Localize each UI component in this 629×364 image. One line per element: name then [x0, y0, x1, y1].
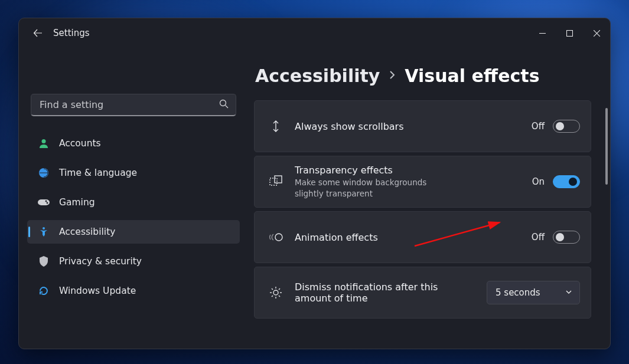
setting-title: Animation effects [295, 232, 521, 243]
close-button[interactable] [583, 22, 610, 44]
sidebar-item-time-language[interactable]: Time & language [27, 161, 240, 185]
toggle-scrollbars[interactable] [553, 120, 580, 133]
minimize-icon [539, 30, 546, 37]
transparency-icon [268, 175, 284, 188]
sidebar-item-apps[interactable]: Apps [27, 124, 240, 126]
svg-point-15 [43, 227, 45, 229]
breadcrumb-parent[interactable]: Accessibility [255, 65, 380, 86]
titlebar: Settings [19, 18, 610, 48]
toggle-transparency[interactable] [553, 175, 580, 188]
svg-point-14 [47, 202, 48, 204]
person-icon [38, 137, 50, 149]
sidebar-item-label: Time & language [59, 168, 137, 178]
setting-title: Transparency effects [295, 165, 522, 176]
sidebar-item-gaming[interactable]: Gaming [27, 191, 240, 214]
minimize-button[interactable] [529, 22, 556, 44]
setting-title: Always show scrollbars [295, 121, 521, 132]
animation-icon [268, 232, 284, 242]
svg-rect-1 [566, 30, 572, 36]
sidebar-item-label: Gaming [59, 197, 95, 208]
svg-rect-16 [270, 178, 277, 185]
sidebar-item-privacy-security[interactable]: Privacy & security [27, 250, 240, 273]
svg-point-18 [275, 234, 282, 241]
content-scrollbar[interactable] [605, 108, 608, 342]
scrollbar-thumb[interactable] [605, 108, 608, 185]
svg-line-24 [272, 288, 273, 290]
update-icon [38, 285, 50, 297]
setting-row-animation[interactable]: Animation effects Off [254, 211, 591, 263]
svg-rect-17 [275, 176, 282, 183]
setting-row-dismiss-notifications[interactable]: Dismiss notifications after this amount … [254, 267, 591, 319]
svg-line-26 [279, 288, 280, 290]
sidebar-item-accounts[interactable]: Accounts [27, 132, 240, 155]
dropdown-value: 5 seconds [496, 287, 540, 298]
breadcrumb: Accessibility Visual effects [255, 65, 601, 86]
chevron-right-icon [388, 69, 396, 83]
toggle-state-label: Off [532, 121, 545, 132]
sidebar-item-label: Accessibility [59, 227, 115, 237]
settings-window: Settings [18, 18, 611, 349]
setting-description: Make some window backgrounds slightly tr… [295, 177, 448, 198]
svg-line-5 [226, 105, 229, 108]
window-buttons [529, 22, 610, 44]
maximize-icon [566, 30, 573, 37]
setting-title: Dismiss notifications after this amount … [295, 281, 442, 304]
chevron-down-icon [565, 287, 572, 298]
accessibility-icon [38, 226, 50, 238]
close-icon [594, 30, 600, 37]
globe-clock-icon [38, 167, 50, 179]
toggle-state-label: On [532, 176, 545, 187]
sidebar-item-accessibility[interactable]: Accessibility [27, 220, 240, 244]
scrollbars-icon [268, 119, 284, 133]
search-field[interactable] [40, 99, 212, 110]
sidebar-item-label: Privacy & security [59, 256, 142, 267]
svg-point-4 [220, 100, 226, 106]
dismiss-duration-dropdown[interactable]: 5 seconds [487, 281, 580, 304]
sidebar-item-windows-update[interactable]: Windows Update [27, 279, 240, 303]
sidebar-item-label: Windows Update [59, 286, 136, 296]
content-pane: Accessibility Visual effects Always show… [248, 48, 610, 349]
sidebar: Apps Accounts Time & lan [19, 48, 248, 349]
setting-row-scrollbars[interactable]: Always show scrollbars Off [254, 100, 591, 152]
svg-point-19 [273, 290, 278, 295]
toggle-state-label: Off [532, 232, 545, 242]
search-input[interactable] [31, 94, 236, 116]
brightness-icon [268, 286, 284, 299]
setting-row-transparency[interactable]: Transparency effects Make some window ba… [254, 156, 591, 208]
arrow-left-icon [33, 28, 43, 38]
maximize-button[interactable] [556, 22, 583, 44]
back-button[interactable] [27, 22, 48, 44]
svg-line-27 [272, 296, 273, 297]
svg-point-10 [42, 139, 46, 143]
svg-point-13 [45, 201, 47, 202]
breadcrumb-current: Visual effects [405, 65, 539, 86]
sidebar-item-label: Accounts [59, 138, 101, 149]
gamepad-icon [38, 196, 50, 208]
shield-icon [38, 255, 50, 267]
svg-rect-12 [38, 199, 50, 205]
toggle-animation[interactable] [553, 231, 580, 244]
app-title: Settings [53, 28, 90, 38]
search-icon [219, 99, 229, 111]
svg-line-25 [279, 296, 280, 297]
